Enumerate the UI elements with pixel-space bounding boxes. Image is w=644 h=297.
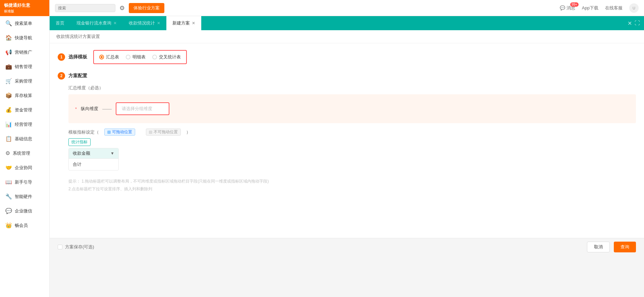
save-option: 方案保存(可选) [58,244,94,250]
tab-cashflow-label: 现金银行流水查询 [76,20,111,26]
sidebar-label-inventory: 库存核算 [15,93,32,99]
sidebar-item-marketing[interactable]: 📢 营销推广 [0,45,49,59]
online-service[interactable]: 在线客服 [605,5,623,11]
sidebar-item-quicknav[interactable]: 🏠 快捷导航 [0,31,49,45]
radio-cross[interactable]: 交叉统计表 [152,54,181,60]
radio-summary[interactable]: 汇总表 [99,54,119,60]
save-checkbox[interactable] [58,245,62,249]
sales-icon: 💼 [5,63,12,70]
brand-name: 畅捷通好生意 [4,2,30,8]
metrics-header: 模板指标设定（ 可拖动位置 不可拖动位置 ） [68,129,636,136]
hint-item-1: 提示： 1.拖动标题栏可以调整布局，不可跨维度或指标区域拖动栏目字段(只能在同一… [68,179,636,184]
metrics-table-header[interactable]: 收款金额 ▼ [69,148,118,159]
tab-newplan-label: 新建方案 [172,20,190,26]
metrics-table-row: 合计 [69,159,118,170]
sidebar-label-member: 畅会员 [15,222,28,229]
gear-button[interactable]: ⚙ [119,4,125,12]
dimension-placeholder: 请选择分组维度 [122,106,152,111]
tab-collection[interactable]: 收款情况统计 ✕ [123,16,166,30]
draggable-label: 可拖动位置 [112,129,132,135]
metrics-section: 模板指标设定（ 可拖动位置 不可拖动位置 ） [68,129,636,170]
marketing-icon: 📢 [5,49,12,55]
sidebar-label-hardware: 智能硬件 [15,194,32,200]
radio-summary-label: 汇总表 [106,54,119,60]
tab-newplan[interactable]: 新建方案 ✕ [166,16,201,30]
form-section: 1 选择模板 汇总表 明细表 交叉统计表 [50,43,644,238]
step2-label: 方案配置 [68,73,87,79]
breadcrumb-input[interactable] [55,4,115,12]
member-icon: 👑 [5,222,12,229]
app-download[interactable]: App下载 [582,5,598,11]
notification-icon: 💬 [560,5,565,10]
step2-header: 2 方案配置 [58,72,636,80]
tab-home[interactable]: 首页 [50,16,70,30]
inventory-icon: 📦 [5,92,12,99]
hint-section: 提示： 1.拖动标题栏可以调整布局，不可跨维度或指标区域拖动栏目字段(只能在同一… [68,179,636,192]
close-newplan-icon[interactable]: ✕ [192,21,195,26]
sidebar-item-hardware[interactable]: 🔧 智能硬件 [0,189,49,204]
sidebar-item-purchase[interactable]: 🛒 采购管理 [0,74,49,88]
close-cashflow-icon[interactable]: ✕ [113,21,117,26]
cancel-button[interactable]: 取消 [587,242,610,252]
hint-item-2: 2.点击标题栏下拉可设置排序、插入列和删除列 [68,186,636,192]
sidebar-label-weixin: 企业微信 [15,208,32,214]
enterprise-icon: 🤝 [5,164,12,171]
trial-industry-button[interactable]: 体验行业方案 [129,3,164,13]
tab-cashflow[interactable]: 现金银行流水查询 ✕ [70,16,123,30]
user-avatar[interactable]: U [629,3,639,13]
metrics-row-value: 合计 [73,162,82,167]
hardware-icon: 🔧 [5,193,12,200]
dimension-row: * 纵向维度 —— 请选择分组维度 [75,102,629,115]
purchase-icon: 🛒 [5,78,12,84]
sidebar-label-system: 系统管理 [13,150,30,156]
header-right: 💬 消息 99+ App下载 在线客服 U [560,3,639,13]
sidebar-item-system[interactable]: ⚙ 系统管理 [0,146,49,160]
sidebar-item-guide[interactable]: 📖 新手引导 [0,175,49,189]
radio-detail-label: 明细表 [132,54,146,60]
required-star: * [75,106,77,111]
page-title: 收款情况统计方案设置 [56,34,100,39]
metrics-label-row: 统计指标 [68,138,636,146]
step2-number: 2 [58,72,65,80]
page-title-bar: 收款情况统计方案设置 [50,30,644,43]
sidebar-label-quicknav: 快捷导航 [15,35,32,41]
tab-close-button[interactable]: ✕ [628,20,632,27]
sidebar-item-enterprise[interactable]: 🤝 企业协同 [0,160,49,175]
close-collection-icon[interactable]: ✕ [157,21,160,26]
sidebar-label-marketing: 营销推广 [15,49,32,55]
non-draggable-badge: 不可拖动位置 [146,129,181,136]
sidebar-label-purchase: 采购管理 [15,78,32,84]
radio-detail-circle [126,55,130,59]
sidebar-label-management: 经营管理 [15,121,32,128]
sidebar-item-search[interactable]: 🔍 搜索菜单 [0,16,49,31]
header-left: ⚙ 体验行业方案 [55,3,164,13]
query-button[interactable]: 查询 [614,242,636,252]
non-draggable-label: 不可拖动位置 [154,129,178,135]
vertical-dimension-label: 纵向维度 [81,106,98,112]
sidebar: 畅捷通好生意 标准版 🔍 搜索菜单 🏠 快捷导航 📢 营销推广 💼 销售管理 🛒… [0,0,50,297]
guide-icon: 📖 [5,179,12,185]
sidebar-item-member[interactable]: 👑 畅会员 [0,218,49,233]
notification-area[interactable]: 💬 消息 99+ [560,5,575,11]
user-name: U [633,6,635,10]
sidebar-item-inventory[interactable]: 📦 库存核算 [0,88,49,103]
footer-bar: 方案保存(可选) 取消 查询 [50,238,644,255]
top-header: ⚙ 体验行业方案 💬 消息 99+ App下载 在线客服 U [50,0,644,16]
sidebar-item-basic[interactable]: 📋 基础信息 [0,132,49,146]
sidebar-item-finance[interactable]: 💰 资金管理 [0,103,49,117]
sidebar-item-management[interactable]: 📊 经营管理 [0,117,49,132]
sidebar-label-search: 搜索菜单 [15,20,32,27]
tab-expand-button[interactable]: ⛶ [635,20,640,26]
online-service-label: 在线客服 [605,5,623,10]
sidebar-item-weixin[interactable]: 💬 企业微信 [0,204,49,218]
non-draggable-indicator [149,131,152,134]
weixin-icon: 💬 [5,208,12,214]
sidebar-label-finance: 资金管理 [15,107,32,113]
metrics-table: 收款金额 ▼ 合计 [68,148,119,170]
sidebar-item-sales[interactable]: 💼 销售管理 [0,59,49,74]
radio-detail[interactable]: 明细表 [126,54,146,60]
dimension-select[interactable]: 请选择分组维度 [116,102,169,115]
draggable-indicator [107,131,111,134]
metrics-dropdown-icon[interactable]: ▼ [110,151,114,156]
notification-badge: 99+ [570,2,579,7]
